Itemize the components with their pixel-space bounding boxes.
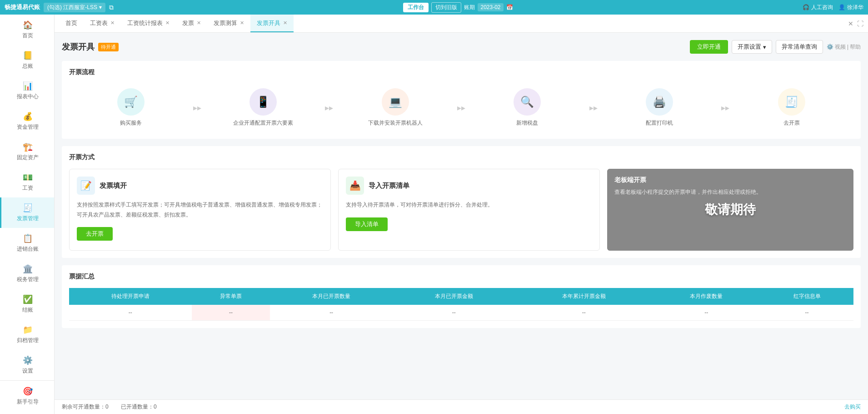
company-dropdown-icon[interactable]: ▾ (99, 4, 102, 10)
summary-table-header-row: 待处理开票申请 异常单票 本月已开票数量 本月已开票金额 本年累计开票金额 本月… (69, 288, 853, 305)
manual-issue-button[interactable]: 去开票 (77, 227, 113, 241)
sidebar-item-payroll[interactable]: 💵 工资 (0, 167, 54, 197)
tab-invoice-issue-close[interactable]: ✕ (283, 20, 287, 26)
tab-invoice-issue[interactable]: 发票开具 ✕ (250, 15, 294, 32)
main-layout: 🏠 首页 📒 总账 📊 报表中心 💰 资金管理 🏗️ 固定资产 💵 工资 🧾 发… (0, 15, 868, 414)
import-list-button[interactable]: 导入清单 (346, 217, 388, 231)
period-edit-icon[interactable]: 📅 (506, 4, 513, 10)
tax-icon: 🏛️ (23, 264, 33, 274)
flow-icon-printer: 🖨️ (646, 88, 673, 116)
sidebar-item-tax[interactable]: 🏛️ 税务管理 (0, 258, 54, 289)
col-abnormal: 异常单票 (192, 288, 270, 305)
query-button[interactable]: 异常清单查询 (776, 40, 823, 54)
payroll-icon: 💵 (23, 172, 33, 182)
tab-payroll-stats[interactable]: 工资统计报表 ✕ (121, 15, 176, 32)
user-icon: 👤 (838, 4, 845, 10)
flow-step-1[interactable]: 🛒 购买服务 (69, 88, 193, 127)
top-bar-left: 畅捷通易代账 (勾选) 江西服室-LSS ▾ ⧉ (5, 3, 114, 12)
status-badge: 待开通 (98, 43, 119, 51)
tab-invoice[interactable]: 发票 ✕ (176, 15, 207, 32)
sidebar-item-ledger[interactable]: 📒 总账 (0, 45, 54, 76)
tab-close-all-btn[interactable]: ✕ (848, 20, 853, 27)
period-value[interactable]: 2023-02 (478, 3, 503, 11)
tab-invoice-calc-label: 发票测算 (214, 19, 237, 27)
sidebar-label-guide: 新手引导 (17, 398, 39, 406)
sidebar-item-guide[interactable]: 🎯 新手引导 (0, 381, 54, 411)
flow-icon-buy: 🛒 (117, 88, 145, 116)
billing-card-import-desc: 支持导入待开票清单，可对待开票清单进行拆分、合并处理。 (346, 200, 592, 210)
tab-home[interactable]: 首页 (59, 15, 84, 32)
sidebar-item-funds[interactable]: 💰 资金管理 (0, 106, 54, 136)
reports-icon: 📊 (23, 81, 33, 91)
sidebar-label-purchase: 进销台账 (17, 245, 39, 253)
copy-icon[interactable]: ⧉ (109, 4, 114, 11)
sidebar-item-archive[interactable]: 📁 归档管理 (0, 319, 54, 350)
col-month-amount: 本月已开票金额 (393, 288, 515, 305)
tab-payroll[interactable]: 工资表 ✕ (84, 15, 121, 32)
flow-arrow-5: ▸▸ (721, 103, 729, 113)
col-month-count: 本月已开票数量 (270, 288, 393, 305)
tab-invoice-calc[interactable]: 发票测算 ✕ (207, 15, 250, 32)
billing-card-manual-icon: 📝 (77, 177, 95, 195)
purchase-icon: 📋 (23, 233, 33, 243)
funds-icon: 💰 (23, 111, 33, 121)
cell-pending: -- (69, 305, 192, 321)
top-bar-center: 工作台 切到旧版 账期 2023-02 📅 (403, 2, 513, 13)
flow-step-6[interactable]: 🧾 去开票 (729, 88, 853, 127)
col-void-count: 本月作废数量 (653, 288, 760, 305)
headphone-icon: 🎧 (803, 4, 809, 10)
user-menu[interactable]: 👤 徐泽华 (838, 4, 863, 11)
flow-step-3[interactable]: 💻 下载并安装开票机器人 (333, 88, 457, 127)
sidebar-item-settings[interactable]: ⚙️ 设置 (0, 350, 54, 380)
tab-invoice-calc-close[interactable]: ✕ (240, 20, 244, 26)
sidebar-label-tax: 税务管理 (17, 276, 39, 283)
flow-label-1: 购买服务 (120, 119, 142, 127)
cell-void-count: -- (653, 305, 760, 321)
flow-label-2: 企业开通配置开票六要素 (233, 119, 293, 127)
old-version-button[interactable]: 切到旧版 (431, 2, 461, 13)
tab-invoice-label: 发票 (182, 19, 194, 27)
username: 徐泽华 (847, 4, 863, 11)
opened-label: 已开通数量：0 (121, 404, 157, 410)
settle-icon: ✅ (23, 294, 33, 304)
video-help-btn[interactable]: ⚙️ 视频 | 帮助 (827, 43, 861, 51)
tab-restore-btn[interactable]: ⛶ (857, 20, 863, 27)
assets-icon: 🏗️ (23, 142, 33, 152)
flow-step-4[interactable]: 🔍 新增税盘 (465, 88, 589, 127)
app-logo: 畅捷通易代账 (5, 3, 40, 11)
sidebar-item-member[interactable]: 👑 畅会员 (0, 411, 54, 414)
sidebar-item-home[interactable]: 🏠 首页 (0, 15, 54, 45)
workspace-button[interactable]: 工作台 (403, 3, 429, 12)
page-content: 发票开具 待开通 立即开通 开票设置 ▾ 异常清单查询 ⚙️ 视频 | 帮助 (55, 33, 868, 399)
open-now-button[interactable]: 立即开通 (690, 40, 728, 54)
sidebar-label-archive: 归档管理 (17, 337, 39, 344)
flow-step-5[interactable]: 🖨️ 配置打印机 (598, 88, 722, 127)
sidebar-item-invoice[interactable]: 🧾 发票管理 (0, 197, 54, 228)
remaining-label: 剩余可开通数量：0 (62, 404, 109, 410)
flow-step-2[interactable]: 📱 企业开通配置开票六要素 (201, 88, 325, 127)
col-pending: 待处理开票申请 (69, 288, 192, 305)
tab-payroll-close[interactable]: ✕ (110, 20, 115, 26)
flow-arrow-1: ▸▸ (193, 103, 201, 113)
buy-link[interactable]: 去购买 (844, 403, 861, 411)
billing-card-manual: 📝 发票填开 支持按照发票样式手工填写开发票；可开具增值税电子普通发票、增值税普… (69, 169, 331, 251)
billing-section: 开票方式 📝 发票填开 支持按照发票样式手工填写开发票；可开具增值税电子普通发票… (62, 146, 861, 258)
sidebar-label-invoice: 发票管理 (17, 215, 39, 222)
guide-icon: 🎯 (23, 386, 33, 396)
customer-service-button[interactable]: 🎧 人工咨询 (803, 4, 833, 11)
invoice-icon: 🧾 (23, 203, 33, 213)
sidebar-item-reports[interactable]: 📊 报表中心 (0, 76, 54, 106)
company-selector[interactable]: (勾选) 江西服室-LSS ▾ (44, 3, 105, 12)
tab-payroll-stats-close[interactable]: ✕ (165, 20, 170, 26)
company-name: (勾选) 江西服室-LSS (47, 4, 97, 11)
settings-button[interactable]: 开票设置 ▾ (732, 40, 772, 54)
cell-year-amount: -- (515, 305, 653, 321)
sidebar-item-settle[interactable]: ✅ 结账 (0, 289, 54, 319)
sidebar-item-assets[interactable]: 🏗️ 固定资产 (0, 136, 54, 167)
sidebar-item-purchase[interactable]: 📋 进销台账 (0, 228, 54, 258)
tab-invoice-close[interactable]: ✕ (197, 20, 201, 26)
settings-dropdown-icon: ▾ (763, 44, 766, 50)
cell-month-amount: -- (393, 305, 515, 321)
tab-invoice-issue-label: 发票开具 (257, 19, 280, 27)
bottom-bar: 剩余可开通数量：0 已开通数量：0 去购买 (55, 399, 868, 414)
